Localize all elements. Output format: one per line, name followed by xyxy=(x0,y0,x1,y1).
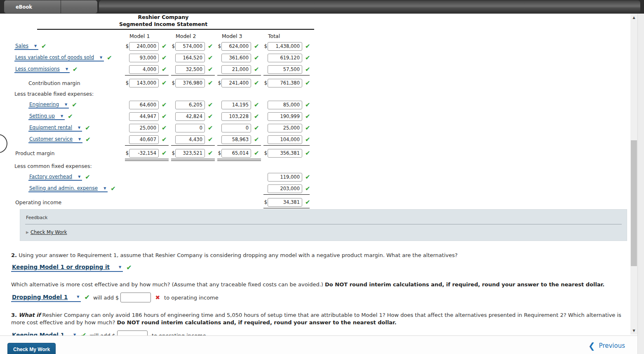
dollar-sign: $ xyxy=(263,199,268,205)
amount-input[interactable]: 85,000 xyxy=(268,101,302,109)
column-header-model2: Model 2 xyxy=(170,33,216,39)
amount-input[interactable]: -32,154 xyxy=(129,149,159,158)
amount-input[interactable]: 240,000 xyxy=(129,42,159,51)
statement-row: Factory overhead▼✔119,000✔ xyxy=(12,171,314,183)
check-icon: ✔ xyxy=(208,125,213,131)
amount-input[interactable]: 190,999 xyxy=(268,112,302,121)
amount-input[interactable]: 4,000 xyxy=(129,65,159,74)
amount-input[interactable]: 361,600 xyxy=(221,54,251,62)
amount-input[interactable]: 93,000 xyxy=(129,54,159,62)
amount-input[interactable]: 42,824 xyxy=(175,112,205,121)
single-underline xyxy=(217,145,261,146)
previous-link[interactable]: ❮ Previous xyxy=(588,341,625,351)
amount-input[interactable]: 64,600 xyxy=(129,101,159,109)
dollar-sign: $ xyxy=(216,43,221,49)
chevron-down-icon: ▼ xyxy=(61,114,63,118)
account-select[interactable]: Equipment rental▼ xyxy=(28,124,82,132)
check-icon: ✔ xyxy=(72,102,77,108)
amount-input[interactable]: 203,000 xyxy=(268,184,302,193)
amount-input[interactable]: 57,500 xyxy=(268,65,302,74)
amount-input[interactable]: 21,000 xyxy=(221,65,251,74)
check-icon: ✔ xyxy=(254,150,259,156)
check-icon: ✔ xyxy=(162,137,167,143)
chevron-down-icon: ▼ xyxy=(78,126,80,130)
will-add-label: will add $ xyxy=(93,295,119,301)
amount-input[interactable]: 376,980 xyxy=(175,79,205,87)
amount-input[interactable]: 323,521 xyxy=(175,149,205,158)
top-bar: eBook xyxy=(0,0,644,14)
chevron-down-icon: ▼ xyxy=(78,137,81,141)
check-icon: ✔ xyxy=(305,199,310,205)
row-label: Operating income xyxy=(14,199,61,205)
amount-input[interactable]: 4,430 xyxy=(175,135,205,144)
account-select[interactable]: Less variable cost of goods sold▼ xyxy=(14,54,104,61)
amount-input[interactable]: 14,195 xyxy=(221,101,251,109)
amount-input[interactable]: 164,520 xyxy=(175,54,205,62)
scrollbar-thumb[interactable] xyxy=(631,140,637,266)
check-icon: ✔ xyxy=(208,150,213,156)
amount-input[interactable]: 0 xyxy=(175,124,205,132)
amount-input[interactable]: 619,120 xyxy=(268,54,302,62)
dollar-sign: $ xyxy=(216,80,221,86)
account-select[interactable]: Engineering▼ xyxy=(28,101,69,109)
amount-input[interactable]: 25,000 xyxy=(268,124,302,132)
amount-input[interactable]: 119,000 xyxy=(268,173,302,182)
statement-row: Operating income$34,381✔ xyxy=(12,196,314,208)
amount-input[interactable]: 6,205 xyxy=(175,101,205,109)
check-icon: ✔ xyxy=(162,113,167,120)
q2-amount-input[interactable] xyxy=(120,293,151,302)
account-select[interactable]: Less commissions▼ xyxy=(14,66,70,73)
amount-input[interactable]: 574,000 xyxy=(175,42,205,51)
account-select[interactable]: Customer service▼ xyxy=(28,136,82,143)
tab-blank[interactable] xyxy=(61,0,97,13)
single-underline xyxy=(125,75,169,76)
section-label: Less common fixed expenses: xyxy=(12,163,124,169)
amount-input[interactable]: 58,963 xyxy=(221,135,251,144)
check-my-work-button[interactable]: Check My Work xyxy=(7,343,56,354)
scroll-up-icon[interactable]: ▲ xyxy=(630,14,637,21)
amount-input[interactable]: 624,000 xyxy=(221,42,251,51)
scroll-down-icon[interactable]: ▼ xyxy=(630,328,637,334)
amount-input[interactable]: 143,000 xyxy=(129,79,159,87)
q2-alternatives-select[interactable]: Keeping Model 1 or dropping it ▼ xyxy=(11,263,123,272)
x-icon: ✖ xyxy=(155,294,160,301)
disclosure-triangle-icon: ▶ xyxy=(26,230,29,234)
check-icon: ✔ xyxy=(162,66,167,73)
amount-input[interactable]: 25,000 xyxy=(129,124,159,132)
amount-input[interactable]: 241,400 xyxy=(221,79,251,87)
dollar-sign: $ xyxy=(263,43,268,49)
account-select[interactable]: Factory overhead▼ xyxy=(28,173,82,181)
amount-input[interactable]: 34,381 xyxy=(268,198,302,207)
amount-input[interactable]: 761,380 xyxy=(268,79,302,87)
amount-input[interactable]: 356,381 xyxy=(268,149,302,158)
amount-input[interactable]: 44,947 xyxy=(129,112,159,121)
left-edge-circle-artifact xyxy=(0,134,7,153)
account-select[interactable]: Sales▼ xyxy=(14,42,38,50)
amount-input[interactable]: 65,014 xyxy=(221,149,251,158)
account-select[interactable]: Setting up▼ xyxy=(28,113,65,120)
statement-row: Less traceable fixed expenses: xyxy=(12,89,314,99)
questions-section: 2. Using your answer to Requirement 1, a… xyxy=(11,252,630,346)
feedback-check-my-work-link[interactable]: Check My Work xyxy=(31,229,67,235)
amount-input[interactable]: 104,000 xyxy=(268,135,302,144)
vertical-scrollbar[interactable]: ▲ ▼ xyxy=(630,14,637,335)
check-icon: ✔ xyxy=(68,113,73,120)
q2-answer-select[interactable]: Dropping Model 1 ▼ xyxy=(11,293,81,302)
amount-input[interactable]: 32,500 xyxy=(175,65,205,74)
check-icon: ✔ xyxy=(41,43,47,50)
amount-input[interactable]: 103,228 xyxy=(221,112,251,121)
account-select[interactable]: Selling and admin. expense▼ xyxy=(28,185,108,192)
amount-input[interactable]: 40,607 xyxy=(129,135,159,144)
chevron-down-icon: ▼ xyxy=(77,295,79,299)
amount-input[interactable]: 1,438,000 xyxy=(268,42,302,51)
check-icon: ✔ xyxy=(84,294,89,301)
check-icon: ✔ xyxy=(305,113,310,120)
feedback-title: Feedback xyxy=(20,210,627,220)
tab-ebook[interactable]: eBook xyxy=(4,0,61,13)
column-header-model3: Model 3 xyxy=(216,33,263,39)
amount-input[interactable]: 0 xyxy=(221,124,251,132)
check-icon: ✔ xyxy=(208,113,213,120)
check-icon: ✔ xyxy=(254,125,259,131)
chevron-down-icon: ▼ xyxy=(78,175,80,179)
question-3-number: 3. xyxy=(11,312,17,318)
